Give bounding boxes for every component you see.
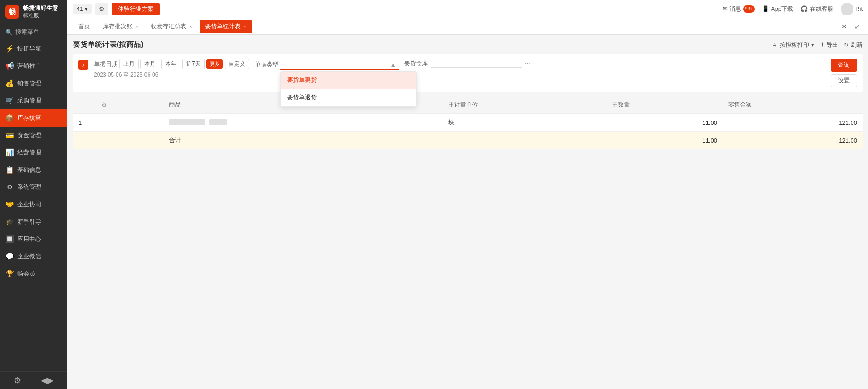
appstore-icon: 🔲 <box>5 235 14 243</box>
more-filter-icon[interactable]: ··· <box>524 59 530 67</box>
tab-receive-summary-close[interactable]: × <box>189 24 192 29</box>
warehouse-input-wrap <box>431 59 522 68</box>
tab-inventory-batch-close[interactable]: × <box>135 24 138 29</box>
headset-icon: 🎧 <box>801 5 808 12</box>
type-label: 单据类型 <box>255 61 278 69</box>
sidebar-item-basics[interactable]: 📋 基础信息 <box>0 161 67 179</box>
filter-expand-button[interactable]: › <box>78 60 88 70</box>
filter-section: 单据日期 上月 本月 本年 近7天 更多 自定义 2023-05-06 至 20… <box>94 59 822 79</box>
app-download-btn[interactable]: 📱 App下载 <box>762 5 793 13</box>
more-dates-btn[interactable]: 更多 <box>206 59 223 69</box>
sidebar-item-marketing[interactable]: 📢 营销推广 <box>0 57 67 75</box>
last-7-days-btn[interactable]: 近7天 <box>182 59 205 69</box>
export-icon: ⬇ <box>820 41 825 48</box>
sidebar-item-label: 新手引导 <box>17 218 41 226</box>
tab-receive-summary[interactable]: 收发存汇总表 × <box>145 20 197 33</box>
sidebar-item-guide[interactable]: 🎓 新手引导 <box>0 213 67 230</box>
warehouse-input[interactable] <box>433 60 515 67</box>
tabs-bar: 首页 库存批次账 × 收发存汇总表 × 要货单统计表 × ✕ ⤢ <box>67 18 868 35</box>
print-btn[interactable]: 🖨 按模板打印 ▾ <box>772 41 814 49</box>
guide-icon: 🎓 <box>5 218 14 226</box>
refresh-icon: ↻ <box>844 41 849 48</box>
warehouse-filter: 要货仓库 ··· <box>404 59 530 68</box>
online-service-btn[interactable]: 🎧 在线客服 <box>801 5 833 13</box>
sidebar-item-wechat[interactable]: 💬 企业微信 <box>0 248 67 265</box>
header-right: ✉ 消息 99+ 📱 App下载 🎧 在线客服 Rit <box>723 3 863 15</box>
dropdown-item-order-goods[interactable]: 要货单要货 <box>281 72 416 89</box>
total-spacer2 <box>96 132 164 149</box>
tab-inventory-batch[interactable]: 库存批次账 × <box>98 20 144 33</box>
store-number: 41 <box>77 5 83 12</box>
sidebar-item-appstore[interactable]: 🔲 应用中心 <box>0 230 67 248</box>
refresh-btn[interactable]: ↻ 刷新 <box>844 41 863 49</box>
dropdown-item-order-return[interactable]: 要货单退货 <box>281 89 416 106</box>
sidebar-item-finance[interactable]: 💳 资金管理 <box>0 127 67 144</box>
export-btn[interactable]: ⬇ 导出 <box>820 41 838 49</box>
top-header: 41 ▾ ⚙ 体验行业方案 ✉ 消息 99+ 📱 App下载 🎧 在线客服 R <box>67 0 868 18</box>
sidebar-item-label: 资金管理 <box>17 131 41 139</box>
trial-button[interactable]: 体验行业方案 <box>112 3 160 15</box>
business-icon: 📊 <box>5 148 14 157</box>
user-profile[interactable]: Rit <box>841 3 863 15</box>
page-actions: 🖨 按模板打印 ▾ ⬇ 导出 ↻ 刷新 <box>772 41 863 49</box>
last-month-btn[interactable]: 上月 <box>119 59 139 69</box>
tabs-actions: ✕ ⤢ <box>839 21 863 32</box>
row-no: 1 <box>73 114 96 132</box>
header-left: 41 ▾ ⚙ 体验行业方案 <box>73 3 160 15</box>
search-label: 搜索菜单 <box>15 28 39 36</box>
sidebar-bottom: ⚙ ◀▶ <box>0 371 67 389</box>
type-select-wrapper: ▲ 要货单要货 要货单退货 <box>280 59 399 70</box>
logo-text: 畅捷通好生意 标准版 <box>23 5 58 19</box>
page-header: 要货单统计表(按商品) 🖨 按模板打印 ▾ ⬇ 导出 ↻ 刷新 <box>73 40 863 50</box>
basics-icon: 📋 <box>5 166 14 174</box>
sidebar-item-label: 畅会员 <box>17 270 35 278</box>
sidebar-item-sales[interactable]: 💰 销售管理 <box>0 75 67 92</box>
tabs-expand-btn[interactable]: ⤢ <box>852 21 863 32</box>
sidebar-item-collab[interactable]: 🤝 企业协同 <box>0 196 67 213</box>
row-unit: 块 <box>443 114 607 132</box>
col-settings-icon[interactable]: ⚙ <box>101 101 107 108</box>
online-service-label: 在线客服 <box>810 5 833 13</box>
this-year-btn[interactable]: 本年 <box>161 59 180 69</box>
content-area: 要货单统计表(按商品) 🖨 按模板打印 ▾ ⬇ 导出 ↻ 刷新 › <box>67 35 868 389</box>
sidebar: 畅 畅捷通好生意 标准版 🔍 搜索菜单 ⚡ 快捷导航 📢 营销推广 💰 销售管理… <box>0 0 67 389</box>
tab-order-summary[interactable]: 要货单统计表 × <box>200 20 252 33</box>
table-row: 1 块 11.00 121.00 <box>73 114 863 132</box>
total-qty: 11.00 <box>606 132 722 149</box>
sidebar-item-system[interactable]: ⚙ 系统管理 <box>0 179 67 196</box>
settings-button[interactable]: 设置 <box>831 74 857 87</box>
filter-bar: › 单据日期 上月 本月 本年 近7天 更多 自定义 2023-05-06 至 … <box>73 54 863 92</box>
sidebar-item-quick-nav[interactable]: ⚡ 快捷导航 <box>0 40 67 57</box>
purchase-icon: 🛒 <box>5 97 14 105</box>
sidebar-collapse-icon[interactable]: ◀▶ <box>41 375 54 385</box>
sidebar-item-purchase[interactable]: 🛒 采购管理 <box>0 92 67 109</box>
sidebar-item-label: 企业协同 <box>17 200 41 209</box>
logo-icon: 畅 <box>5 5 19 19</box>
sidebar-item-label: 库存核算 <box>17 114 41 122</box>
dropdown-arrow-icon: ▾ <box>85 5 88 12</box>
custom-date-btn[interactable]: 自定义 <box>225 59 249 69</box>
this-month-btn[interactable]: 本月 <box>140 59 159 69</box>
tab-home[interactable]: 首页 <box>73 20 96 33</box>
warehouse-label: 要货仓库 <box>404 59 428 67</box>
sidebar-item-inventory[interactable]: 📦 库存核算 <box>0 109 67 127</box>
sidebar-settings-icon[interactable]: ⚙ <box>14 375 21 385</box>
date-range-text: 2023-05-06 至 2023-06-06 <box>94 71 249 79</box>
store-selector[interactable]: 41 ▾ <box>73 4 92 14</box>
search-menu[interactable]: 🔍 搜索菜单 <box>0 24 67 40</box>
sidebar-item-business[interactable]: 📊 经营管理 <box>0 144 67 161</box>
query-button[interactable]: 查询 <box>831 59 857 72</box>
tab-order-summary-close[interactable]: × <box>243 24 246 29</box>
sidebar-item-label: 系统管理 <box>17 183 41 191</box>
refresh-label: 刷新 <box>851 41 863 49</box>
messages-badge: 99+ <box>743 5 755 13</box>
header-settings-icon[interactable]: ⚙ <box>95 3 108 15</box>
tabs-close-all-btn[interactable]: ✕ <box>839 21 850 32</box>
sidebar-item-membership[interactable]: 🏆 畅会员 <box>0 265 67 282</box>
sidebar-item-label: 采购管理 <box>17 97 41 105</box>
avatar <box>841 3 853 15</box>
print-label: 按模板打印 <box>780 41 809 49</box>
type-select-input[interactable] <box>280 59 399 70</box>
tab-order-summary-label: 要货单统计表 <box>205 22 241 31</box>
messages-btn[interactable]: ✉ 消息 99+ <box>723 5 755 13</box>
